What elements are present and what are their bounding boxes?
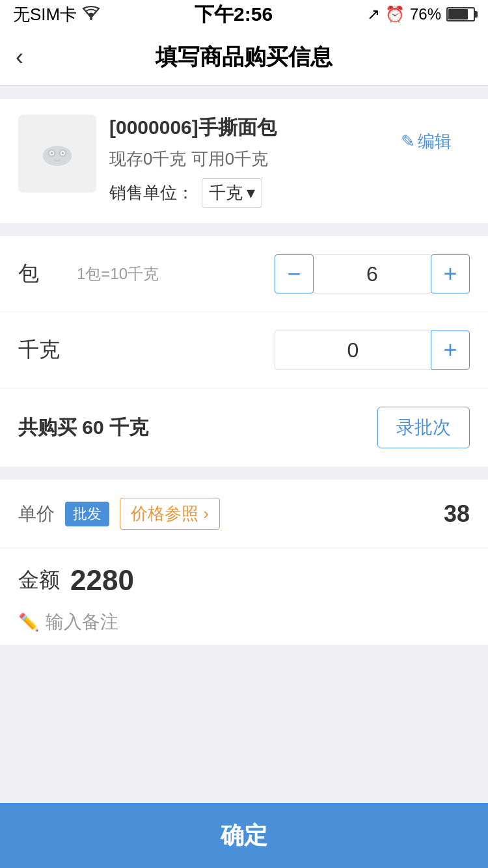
pack-increment-button[interactable]: + xyxy=(431,254,470,293)
unit-value: 千克 xyxy=(209,182,243,204)
product-details: [0000006]手撕面包 现存0千克 可用0千克 销售单位： 千克 ▾ xyxy=(109,115,470,208)
battery-percent: 76% xyxy=(410,5,441,23)
pencil-icon: ✏️ xyxy=(18,612,39,632)
battery-icon xyxy=(446,7,475,21)
pack-quantity-input[interactable] xyxy=(314,254,431,293)
price-value: 38 xyxy=(444,500,470,528)
nav-bar: ‹ 填写商品购买信息 xyxy=(0,29,488,86)
total-unit-label: 千克 xyxy=(109,416,148,438)
page-title: 填写商品购买信息 xyxy=(156,42,332,72)
unit-increment-button[interactable]: + xyxy=(431,331,470,370)
amount-section: 金额 2280 ✏️ 输入备注 xyxy=(0,548,488,645)
divider-mid xyxy=(0,223,488,236)
unit-label: 销售单位： xyxy=(109,182,194,204)
unit-dropdown-icon: ▾ xyxy=(247,183,255,203)
product-info: [0000006]手撕面包 现存0千克 可用0千克 销售单位： 千克 ▾ ✎ 编… xyxy=(109,115,470,208)
status-right: ↗ ⏰ 76% xyxy=(367,5,475,23)
pack-label: 包 xyxy=(18,260,70,288)
svg-point-7 xyxy=(62,152,64,155)
product-image xyxy=(18,115,96,193)
price-label: 单价 xyxy=(18,502,55,526)
carrier-label: 无SIM卡 xyxy=(13,3,77,26)
unit-label-kg: 千克 xyxy=(18,336,70,364)
note-placeholder: 输入备注 xyxy=(46,610,118,634)
amount-value: 2280 xyxy=(70,564,134,597)
status-bar: 无SIM卡 下午2:56 ↗ ⏰ 76% xyxy=(0,0,488,29)
total-amount: 60 xyxy=(82,416,103,438)
amount-label: 金额 xyxy=(18,566,60,595)
svg-point-6 xyxy=(51,152,53,155)
status-left: 无SIM卡 xyxy=(13,3,100,26)
pack-decrement-button[interactable]: − xyxy=(275,254,314,293)
location-icon: ↗ xyxy=(367,5,380,23)
wifi-icon xyxy=(82,5,100,25)
svg-point-0 xyxy=(90,18,92,20)
unit-row: 千克 + xyxy=(0,312,488,388)
price-section: 单价 批发 价格参照 › 38 xyxy=(0,480,488,548)
divider-price xyxy=(0,467,488,480)
amount-row: 金额 2280 xyxy=(18,564,470,597)
price-row: 单价 批发 价格参照 › 38 xyxy=(18,498,470,530)
svg-point-1 xyxy=(43,146,72,166)
edit-label: 编辑 xyxy=(418,130,452,153)
divider-top xyxy=(0,86,488,99)
status-time: 下午2:56 xyxy=(195,1,273,28)
product-card: [0000006]手撕面包 现存0千克 可用0千克 销售单位： 千克 ▾ ✎ 编… xyxy=(0,99,488,223)
product-unit-row: 销售单位： 千克 ▾ xyxy=(109,178,470,208)
price-ref-button[interactable]: 价格参照 › xyxy=(120,498,220,530)
pack-row: 包 1包=10千克 − + xyxy=(0,236,488,312)
unit-quantity-input[interactable] xyxy=(275,331,431,370)
confirm-label: 确定 xyxy=(221,820,267,852)
unit-select[interactable]: 千克 ▾ xyxy=(202,178,262,208)
total-label: 共购买 xyxy=(18,416,77,438)
form-section: 包 1包=10千克 − + 千克 + xyxy=(0,236,488,388)
empty-area xyxy=(0,645,488,803)
edit-icon: ✎ xyxy=(401,131,415,152)
edit-button[interactable]: ✎ 编辑 xyxy=(401,130,452,153)
pack-sublabel: 1包=10千克 xyxy=(77,264,275,284)
alarm-icon: ⏰ xyxy=(385,5,405,23)
total-row: 共购买 60 千克 录批次 xyxy=(0,388,488,467)
pack-quantity-control: − + xyxy=(275,254,470,293)
total-text: 共购买 60 千克 xyxy=(18,414,377,441)
unit-quantity-control: + xyxy=(275,331,470,370)
back-button[interactable]: ‹ xyxy=(16,44,23,71)
batch-button[interactable]: 录批次 xyxy=(377,407,470,448)
note-row[interactable]: ✏️ 输入备注 xyxy=(18,610,470,634)
confirm-button[interactable]: 确定 xyxy=(0,803,488,868)
price-badge: 批发 xyxy=(65,502,109,526)
